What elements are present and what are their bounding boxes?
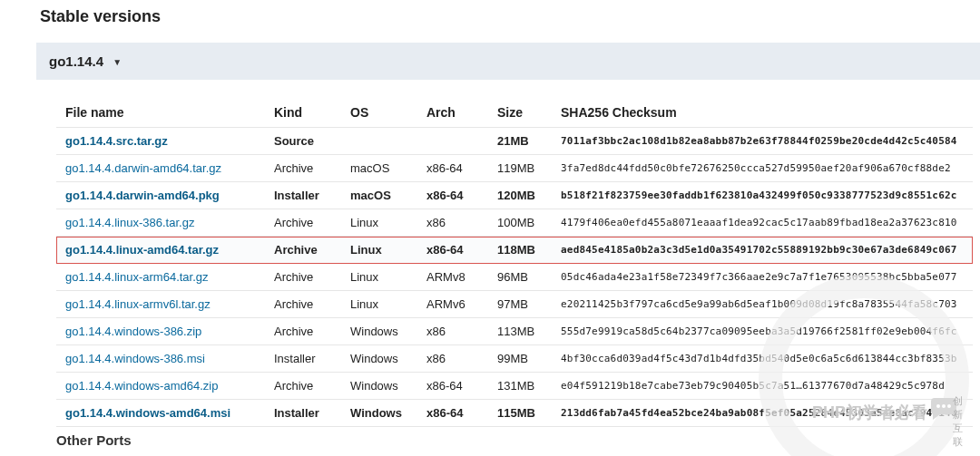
cell-os: macOS xyxy=(341,182,417,209)
cell-file: go1.14.4.darwin-amd64.tar.gz xyxy=(56,155,265,182)
table-row: go1.14.4.linux-armv6l.tar.gzArchiveLinux… xyxy=(56,291,973,318)
cell-size: 96MB xyxy=(488,264,552,291)
cell-kind: Installer xyxy=(265,345,341,373)
cell-arch: ARMv6 xyxy=(417,291,488,318)
table-row: go1.14.4.windows-amd64.msiInstallerWindo… xyxy=(56,400,973,427)
cell-file: go1.14.4.src.tar.gz xyxy=(56,128,265,155)
download-link[interactable]: go1.14.4.windows-386.zip xyxy=(65,325,201,338)
cell-file: go1.14.4.windows-386.zip xyxy=(56,318,265,345)
download-link[interactable]: go1.14.4.linux-amd64.tar.gz xyxy=(65,243,219,257)
table-row: go1.14.4.windows-386.zipArchiveWindowsx8… xyxy=(56,318,973,345)
cell-hash: 4bf30cca6d039ad4f5c43d7d1b4dfd35bd540d5e… xyxy=(552,345,973,373)
cell-arch: x86-64 xyxy=(417,182,488,209)
cell-kind: Archive xyxy=(265,237,341,264)
cell-kind: Installer xyxy=(265,182,341,209)
chevron-down-icon: ▼ xyxy=(113,57,122,67)
cell-os: macOS xyxy=(341,155,417,182)
cell-hash: e04f591219b18e7cabe73eb79c90405b5c7a51…6… xyxy=(552,373,973,400)
cell-size: 21MB xyxy=(488,128,552,155)
table-header-row: File name Kind OS Arch Size SHA256 Check… xyxy=(56,98,973,128)
cell-size: 100MB xyxy=(488,209,552,237)
cell-os: Windows xyxy=(341,318,417,345)
cell-kind: Archive xyxy=(265,209,341,237)
cell-hash: 4179f406ea0efd455a8071eaaaf1dea92cac5c17… xyxy=(552,209,973,237)
cell-arch xyxy=(417,128,488,155)
cell-hash: b518f21f823759ee30faddb1f623810a432499f0… xyxy=(552,182,973,209)
cell-kind: Installer xyxy=(265,400,341,427)
cell-hash: e20211425b3f797ca6cd5e9a99ab6d5eaf1b009d… xyxy=(552,291,973,318)
col-kind: Kind xyxy=(265,98,341,128)
cell-kind: Source xyxy=(265,128,341,155)
cell-size: 113MB xyxy=(488,318,552,345)
cell-hash: aed845e4185a0b2a3c3d5e1d0a35491702c55889… xyxy=(552,237,973,264)
table-row: go1.14.4.src.tar.gzSource21MB7011af3bbc2… xyxy=(56,128,973,155)
download-link[interactable]: go1.14.4.linux-arm64.tar.gz xyxy=(65,270,209,284)
cell-file: go1.14.4.linux-armv6l.tar.gz xyxy=(56,291,265,318)
cell-os: Windows xyxy=(341,400,417,427)
download-link[interactable]: go1.14.4.src.tar.gz xyxy=(65,134,168,148)
cell-file: go1.14.4.windows-amd64.zip xyxy=(56,373,265,400)
table-row: go1.14.4.linux-arm64.tar.gzArchiveLinuxA… xyxy=(56,264,973,291)
table-row: go1.14.4.linux-386.tar.gzArchiveLinuxx86… xyxy=(56,209,973,237)
downloads-table: File name Kind OS Arch Size SHA256 Check… xyxy=(56,98,973,427)
cell-kind: Archive xyxy=(265,291,341,318)
table-row: go1.14.4.linux-amd64.tar.gzArchiveLinuxx… xyxy=(56,237,973,264)
table-row: go1.14.4.windows-386.msiInstallerWindows… xyxy=(56,345,973,373)
cell-hash: 213dd6fab7a45fd4ea52bce24ba9ab08f5ef05a2… xyxy=(552,400,973,427)
table-row: go1.14.4.darwin-amd64.tar.gzArchivemacOS… xyxy=(56,155,973,182)
col-file-name: File name xyxy=(56,98,265,128)
cell-kind: Archive xyxy=(265,373,341,400)
cell-file: go1.14.4.linux-amd64.tar.gz xyxy=(56,237,265,264)
cell-arch: ARMv8 xyxy=(417,264,488,291)
cell-os: Windows xyxy=(341,373,417,400)
col-size: Size xyxy=(488,98,552,128)
cell-hash: 05dc46ada4e23a1f58e72349f7c366aae2e9c7a7… xyxy=(552,264,973,291)
col-arch: Arch xyxy=(417,98,488,128)
cell-hash: 3fa7ed8dc44fdd50c0bfe72676250ccca527d599… xyxy=(552,155,973,182)
cell-os: Windows xyxy=(341,345,417,373)
cell-arch: x86-64 xyxy=(417,400,488,427)
cell-size: 115MB xyxy=(488,400,552,427)
cell-kind: Archive xyxy=(265,318,341,345)
cell-arch: x86-64 xyxy=(417,373,488,400)
cell-size: 131MB xyxy=(488,373,552,400)
col-hash: SHA256 Checksum xyxy=(552,98,973,128)
section-title: Stable versions xyxy=(40,7,980,26)
download-link[interactable]: go1.14.4.linux-386.tar.gz xyxy=(65,216,194,229)
cell-os: Linux xyxy=(341,291,417,318)
cell-arch: x86 xyxy=(417,318,488,345)
cell-arch: x86-64 xyxy=(417,155,488,182)
download-link[interactable]: go1.14.4.darwin-amd64.tar.gz xyxy=(65,161,221,175)
cell-os: Linux xyxy=(341,237,417,264)
cell-os: Linux xyxy=(341,209,417,237)
download-link[interactable]: go1.14.4.windows-amd64.zip xyxy=(65,379,218,393)
col-os: OS xyxy=(341,98,417,128)
cell-kind: Archive xyxy=(265,264,341,291)
download-link[interactable]: go1.14.4.windows-amd64.msi xyxy=(65,406,230,420)
cell-hash: 7011af3bbc2ac108d1b82ea8abb87b2e63f78844… xyxy=(552,128,973,155)
cell-size: 120MB xyxy=(488,182,552,209)
table-row: go1.14.4.windows-amd64.zipArchiveWindows… xyxy=(56,373,973,400)
cell-size: 99MB xyxy=(488,345,552,373)
cell-arch: x86 xyxy=(417,345,488,373)
cell-size: 119MB xyxy=(488,155,552,182)
cell-size: 97MB xyxy=(488,291,552,318)
cell-os xyxy=(341,128,417,155)
cell-arch: x86 xyxy=(417,209,488,237)
download-link[interactable]: go1.14.4.windows-386.msi xyxy=(65,352,205,365)
cell-file: go1.14.4.linux-arm64.tar.gz xyxy=(56,264,265,291)
cell-arch: x86-64 xyxy=(417,237,488,264)
cell-kind: Archive xyxy=(265,155,341,182)
version-toggle[interactable]: go1.14.4 ▼ xyxy=(36,43,980,80)
cell-file: go1.14.4.windows-amd64.msi xyxy=(56,400,265,427)
cell-file: go1.14.4.linux-386.tar.gz xyxy=(56,209,265,237)
cell-size: 118MB xyxy=(488,237,552,264)
cell-file: go1.14.4.windows-386.msi xyxy=(56,345,265,373)
cell-os: Linux xyxy=(341,264,417,291)
download-link[interactable]: go1.14.4.darwin-amd64.pkg xyxy=(65,189,220,202)
download-link[interactable]: go1.14.4.linux-armv6l.tar.gz xyxy=(65,297,211,311)
other-ports-heading: Other Ports xyxy=(56,432,980,448)
table-row: go1.14.4.darwin-amd64.pkgInstallermacOSx… xyxy=(56,182,973,209)
cell-file: go1.14.4.darwin-amd64.pkg xyxy=(56,182,265,209)
version-label: go1.14.4 xyxy=(49,53,103,69)
